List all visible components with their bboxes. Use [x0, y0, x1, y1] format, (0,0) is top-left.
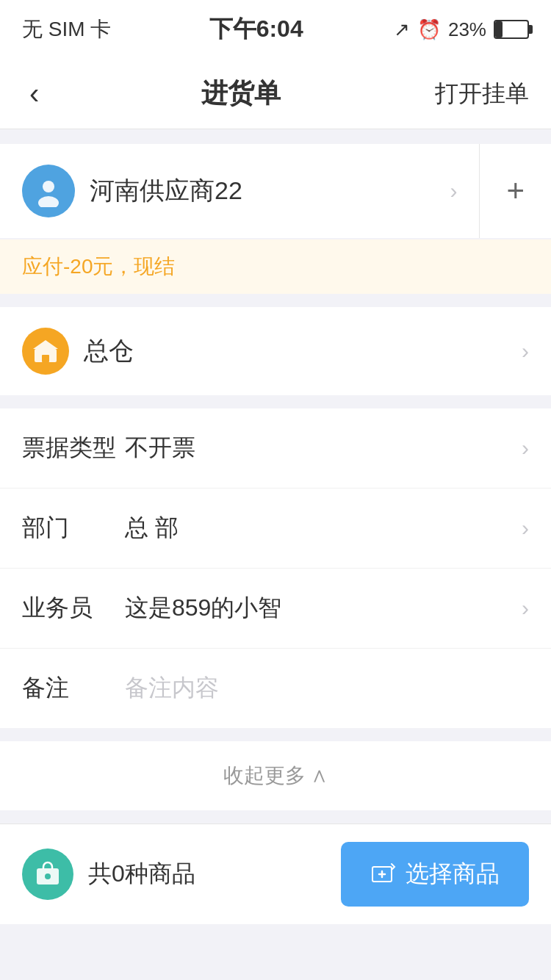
battery-icon: [494, 20, 529, 39]
salesperson-label: 业务员: [22, 592, 125, 624]
department-value: 总 部: [125, 512, 514, 544]
open-pending-button[interactable]: 打开挂单: [435, 78, 529, 110]
chevron-right-icon: ›: [450, 179, 457, 203]
gray-area: [0, 939, 551, 980]
invoice-type-value: 不开票: [125, 432, 514, 464]
notice-bar: 应付-20元，现结: [0, 239, 551, 294]
status-bar: 无 SIM 卡 下午6:04 ↗ ⏰ 23%: [0, 0, 551, 59]
salesperson-value: 这是859的小智: [125, 592, 514, 624]
department-label: 部门: [22, 512, 125, 544]
warehouse-section[interactable]: 总仓 ›: [0, 307, 551, 395]
page-title: 进货单: [201, 76, 281, 112]
add-supplier-button[interactable]: +: [480, 153, 551, 229]
alarm-icon: ⏰: [417, 18, 441, 41]
product-icon: [22, 849, 73, 900]
nav-bar: ‹ 进货单 打开挂单: [0, 59, 551, 129]
supplier-section: 河南供应商22 › +: [0, 144, 551, 238]
content-area: 河南供应商22 › + 应付-20元，现结 总仓 › 票据类型 不开票 › 部门…: [0, 129, 551, 939]
svg-rect-4: [42, 355, 49, 362]
back-button[interactable]: ‹: [22, 70, 46, 118]
chevron-right-icon: ›: [522, 436, 529, 461]
status-right: ↗ ⏰ 23%: [394, 18, 529, 41]
warehouse-name: 总仓: [84, 334, 514, 368]
warehouse-icon: [22, 328, 69, 375]
invoice-type-label: 票据类型: [22, 432, 125, 464]
salesperson-row[interactable]: 业务员 这是859的小智 ›: [0, 569, 551, 649]
notice-text: 应付-20元，现结: [22, 255, 175, 278]
supplier-selector[interactable]: 河南供应商22 ›: [0, 144, 480, 238]
remark-row[interactable]: 备注 备注内容: [0, 649, 551, 728]
svg-point-1: [38, 196, 59, 207]
svg-marker-3: [33, 340, 58, 349]
chevron-right-icon: ›: [522, 596, 529, 621]
chevron-right-icon: ›: [522, 516, 529, 541]
supplier-avatar: [22, 165, 75, 217]
invoice-type-row[interactable]: 票据类型 不开票 ›: [0, 408, 551, 489]
collapse-bar[interactable]: 收起更多 ∧: [0, 741, 551, 810]
svg-point-0: [43, 181, 54, 192]
battery-percent: 23%: [448, 18, 486, 41]
product-count: 共0种商品: [88, 858, 341, 890]
form-section: 票据类型 不开票 › 部门 总 部 › 业务员 这是859的小智 › 备注 备注…: [0, 408, 551, 728]
remark-label: 备注: [22, 672, 125, 705]
bottom-bar: 共0种商品 选择商品: [0, 824, 551, 924]
location-icon: ↗: [394, 18, 410, 41]
status-carrier: 无 SIM 卡: [22, 15, 118, 43]
select-product-label: 选择商品: [406, 858, 500, 890]
chevron-right-icon: ›: [522, 339, 529, 364]
select-product-button[interactable]: 选择商品: [341, 842, 529, 907]
supplier-name: 河南供应商22: [90, 174, 442, 208]
svg-point-6: [45, 873, 51, 879]
department-row[interactable]: 部门 总 部 ›: [0, 489, 551, 569]
status-time: 下午6:04: [209, 13, 303, 46]
carrier-text: 无 SIM 卡: [22, 15, 111, 43]
remark-input[interactable]: 备注内容: [125, 672, 529, 705]
